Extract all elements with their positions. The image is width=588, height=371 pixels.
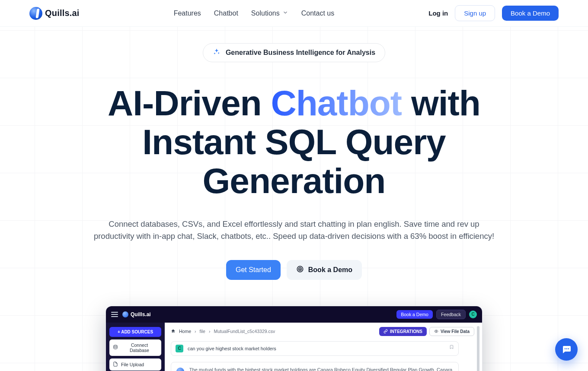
preview-feedback: Feedback bbox=[436, 310, 466, 319]
book-demo-secondary-label: Book a Demo bbox=[308, 266, 352, 274]
main-nav: Features Chatbot Solutions Contact us bbox=[174, 10, 335, 17]
nav-features[interactable]: Features bbox=[174, 10, 201, 17]
preview-add-sources: + ADD SOURCES bbox=[109, 327, 161, 337]
headline-pre: AI-Driven bbox=[108, 83, 271, 123]
preview-src-db: Connect Database bbox=[109, 339, 161, 356]
logo-icon bbox=[29, 7, 42, 20]
preview-breadcrumb: Home › file › MutualFundList_c5c43329.cs… bbox=[171, 329, 275, 334]
crumb-mid: file bbox=[200, 329, 205, 334]
home-icon bbox=[171, 329, 176, 334]
brand-name: Quills.ai bbox=[45, 8, 80, 18]
hero-pill-text: Generative Business Intelligence for Ana… bbox=[226, 49, 375, 57]
database-icon bbox=[113, 345, 118, 351]
preview-book-demo: Book a Demo bbox=[396, 310, 433, 319]
site-header: Quills.ai Features Chatbot Solutions Con… bbox=[0, 0, 588, 27]
preview-scrollbar bbox=[477, 326, 479, 371]
login-link[interactable]: Log in bbox=[428, 10, 448, 17]
preview-src-file-label: File Upload bbox=[121, 362, 144, 367]
preview-bot-avatar-icon bbox=[176, 368, 184, 371]
book-demo-secondary-button[interactable]: Book a Demo bbox=[287, 260, 362, 280]
preview-bot-message: The mutual funds with the highest stock … bbox=[171, 362, 459, 371]
preview-main: Home › file › MutualFundList_c5c43329.cs… bbox=[165, 323, 477, 371]
svg-point-6 bbox=[565, 348, 566, 349]
preview-src-file: File Upload bbox=[109, 358, 161, 371]
preview-brand: Quills.ai bbox=[131, 311, 151, 317]
preview-src-db-label: Connect Database bbox=[121, 342, 158, 353]
preview-user-message: C can you give highest stock market hold… bbox=[171, 341, 459, 356]
get-started-button[interactable]: Get Started bbox=[226, 260, 281, 280]
book-demo-button[interactable]: Book a Demo bbox=[502, 6, 559, 21]
bookmark-icon bbox=[449, 345, 454, 350]
preview-bot-text: The mutual funds with the highest stock … bbox=[189, 367, 453, 371]
nav-solutions[interactable]: Solutions bbox=[251, 10, 288, 17]
preview-avatar: C bbox=[469, 311, 477, 318]
brand-logo[interactable]: Quills.ai bbox=[29, 7, 80, 20]
hero: Generative Business Intelligence for Ana… bbox=[0, 27, 588, 371]
preview-user-text: can you give highest stock market holder… bbox=[188, 346, 276, 351]
hero-subhead: Connect databases, CSVs, and Excel effor… bbox=[91, 218, 497, 243]
nav-contact[interactable]: Contact us bbox=[301, 10, 334, 17]
preview-integrations-pill: INTEGRATIONS bbox=[379, 327, 427, 336]
svg-point-2 bbox=[300, 269, 300, 270]
svg-point-3 bbox=[114, 345, 117, 346]
chevron-right-icon: › bbox=[209, 329, 211, 334]
signup-button[interactable]: Sign up bbox=[455, 5, 495, 21]
crumb-home: Home bbox=[179, 329, 191, 334]
app-preview: Quills.ai Book a Demo Feedback C + ADD S… bbox=[105, 306, 483, 371]
menu-icon bbox=[111, 312, 118, 317]
hero-pill: Generative Business Intelligence for Ana… bbox=[203, 43, 385, 62]
nav-solutions-label: Solutions bbox=[251, 10, 280, 17]
svg-point-5 bbox=[436, 331, 437, 332]
chat-widget-button[interactable] bbox=[555, 338, 578, 361]
preview-user-avatar: C bbox=[176, 345, 183, 352]
file-upload-icon bbox=[113, 361, 118, 368]
chevron-right-icon: › bbox=[195, 329, 196, 334]
chevron-down-icon bbox=[282, 10, 288, 17]
preview-topbar: Quills.ai Book a Demo Feedback C bbox=[106, 306, 482, 323]
nav-chatbot[interactable]: Chatbot bbox=[214, 10, 238, 17]
crumb-leaf: MutualFundList_c5c43329.csv bbox=[214, 329, 275, 334]
header-actions: Log in Sign up Book a Demo bbox=[428, 5, 559, 21]
target-icon bbox=[296, 265, 304, 275]
svg-point-8 bbox=[568, 348, 569, 349]
preview-view-file-pill: View File Data bbox=[429, 327, 474, 336]
sparkle-icon bbox=[213, 48, 220, 57]
svg-point-7 bbox=[566, 348, 567, 349]
hero-headline: AI-Driven Chatbot with Instant SQL Query… bbox=[82, 84, 506, 201]
preview-logo-icon bbox=[122, 311, 128, 317]
hero-cta-row: Get Started Book a Demo bbox=[0, 260, 588, 280]
preview-sidebar: + ADD SOURCES Connect Database File Uplo… bbox=[106, 323, 165, 371]
chat-icon bbox=[561, 344, 572, 355]
preview-logo: Quills.ai bbox=[122, 311, 151, 317]
headline-accent: Chatbot bbox=[271, 83, 402, 123]
